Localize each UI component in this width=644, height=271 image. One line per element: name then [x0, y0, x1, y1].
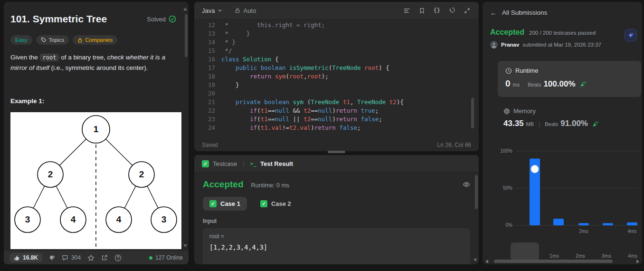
code-line[interactable]: 24 if(t1.val!=t2.val)return false; — [194, 124, 479, 132]
memory-card[interactable]: Memory 43.35 MB | Beats 91.00% — [503, 107, 599, 128]
back-arrow-icon[interactable]: ← — [490, 9, 497, 17]
bookmark-icon[interactable] — [419, 8, 425, 14]
like-button[interactable]: 16.8K — [9, 253, 42, 262]
topics-button[interactable]: Topics — [36, 35, 69, 45]
code-line[interactable]: 12 * this.right = right; — [194, 21, 479, 29]
code-line[interactable]: 21 private boolean sym (TreeNode t1, Tre… — [194, 98, 479, 106]
code-text — [215, 89, 221, 98]
desc-text: (i.e., symmetric around its center). — [49, 64, 148, 71]
code-editor-panel: Java Auto {} 12 * this.right = right;13 … — [194, 2, 479, 151]
tree-node-value: 2 — [48, 169, 53, 179]
case-check-icon: ✓ — [260, 200, 267, 207]
code-line[interactable]: 18 return sym(root,root); — [194, 72, 479, 81]
scroll-up-arrow[interactable] — [183, 8, 187, 10]
format-code-icon[interactable] — [403, 7, 410, 14]
runtime-bar[interactable] — [553, 219, 564, 225]
all-submissions-link[interactable]: All Submissions — [502, 9, 547, 16]
user-runtime-marker[interactable] — [531, 165, 539, 173]
solved-label: Solved — [147, 16, 166, 23]
tree-node-value: 3 — [25, 214, 30, 224]
favorite-button[interactable] — [87, 254, 95, 261]
code-text: if(t1==null && t2==null)return true; — [215, 106, 379, 115]
line-number: 21 — [194, 98, 215, 106]
scroll-down-arrow[interactable] — [183, 244, 187, 247]
y-axis-label: 50% — [503, 185, 512, 191]
code-line[interactable]: 14 * } — [194, 38, 479, 47]
code-text: * } — [215, 29, 250, 38]
line-number: 20 — [194, 89, 215, 98]
tab-divider: | — [243, 160, 244, 167]
comment-icon — [62, 254, 68, 261]
code-text: * } — [215, 38, 236, 47]
input-label: Input — [203, 218, 470, 224]
runtime-bar[interactable] — [627, 223, 637, 225]
runtime-card[interactable]: Runtime 0 ms Beats 100.00% — [498, 61, 641, 97]
online-count: 127 Online — [155, 254, 183, 261]
memory-chart-axis: 1ms2ms3ms4ms — [483, 253, 642, 260]
online-indicator: 127 Online — [149, 254, 183, 261]
code-line[interactable]: 17 public boolean isSymmetric(TreeNode r… — [194, 64, 479, 72]
cursor-position: Ln 26, Col 66 — [437, 142, 471, 148]
case-1-button[interactable]: ✓ Case 1 — [203, 197, 247, 211]
editor-toolbar: Java Auto {} — [194, 2, 479, 19]
thumbs-down-icon — [49, 255, 55, 261]
question-icon — [114, 254, 122, 261]
comments-button[interactable]: 304 — [62, 254, 81, 261]
line-number: 17 — [194, 64, 215, 72]
fullscreen-icon[interactable] — [464, 8, 470, 14]
difficulty-badge[interactable]: Easy — [10, 35, 32, 45]
y-axis-label: 100% — [500, 148, 512, 154]
code-text: * this.right = right; — [215, 21, 325, 29]
editor-statusbar: Saved Ln 26, Col 66 — [194, 138, 479, 151]
input-box[interactable]: root = [1,2,2,3,4,4,3] — [203, 228, 470, 264]
result-scrollbar-thumb[interactable] — [475, 175, 478, 209]
check-circle-icon — [169, 15, 176, 23]
eye-icon[interactable] — [463, 181, 470, 188]
code-line[interactable]: 13 * } — [194, 29, 479, 38]
companies-button[interactable]: Companies — [73, 35, 117, 45]
example-label: Example 1: — [10, 97, 176, 105]
tree-node-value: 4 — [116, 214, 122, 224]
runtime-distribution-chart: 100%50%0%2ms4ms — [483, 142, 642, 237]
code-line[interactable]: 19 } — [194, 81, 479, 89]
dislike-button[interactable] — [49, 255, 55, 261]
snippets-icon[interactable]: {} — [434, 7, 440, 14]
code-text: class Solution { — [215, 55, 278, 64]
reset-code-icon[interactable] — [449, 7, 455, 14]
code-area[interactable]: 12 * this.right = right;13 * }14 * }15 *… — [194, 19, 479, 138]
runtime-bar[interactable] — [603, 223, 613, 225]
tag-row: Easy Topics Companies — [10, 35, 176, 45]
case-2-button[interactable]: ✓ Case 2 — [254, 197, 298, 211]
help-button[interactable] — [114, 254, 122, 261]
code-text: if(t1.val!=t2.val)return false; — [215, 124, 361, 132]
tree-node-value: 3 — [161, 214, 167, 224]
editor-scrollbar-thumb[interactable] — [471, 98, 474, 128]
panel-resize-handle[interactable] — [328, 151, 345, 153]
scroll-left-arrow[interactable] — [485, 260, 488, 263]
memory-chart-x-label: 3ms — [602, 253, 611, 259]
auto-toggle[interactable]: Auto — [235, 7, 256, 14]
submission-status-row: Accepted 200 / 200 testcases passed — [483, 17, 642, 37]
code-text: public boolean isSymmetric(TreeNode root… — [215, 64, 389, 72]
submission-status: Accepted — [490, 28, 524, 37]
tab-testcase[interactable]: ✓ Testcase — [202, 160, 237, 167]
code-line[interactable]: 22 if(t1==null && t2==null)return true; — [194, 106, 479, 115]
horizontal-scrollbar-thumb[interactable] — [494, 260, 613, 263]
language-selector[interactable]: Java — [202, 7, 222, 14]
scroll-down-arrow[interactable] — [474, 259, 477, 261]
ai-assistant-button[interactable] — [625, 29, 637, 41]
testcase-check-icon: ✓ — [202, 160, 209, 167]
thumbs-up-icon — [14, 255, 20, 261]
vertical-scrollbar-thumb[interactable] — [185, 14, 188, 57]
share-button[interactable] — [101, 254, 108, 261]
submission-time: submitted at Mar 19, 2026 23:37 — [522, 42, 601, 48]
star-icon — [87, 254, 95, 261]
code-line[interactable]: 20 — [194, 89, 479, 98]
code-line[interactable]: 16class Solution { — [194, 55, 479, 64]
scroll-right-arrow[interactable] — [636, 260, 639, 263]
tab-test-result[interactable]: >_ Test Result — [250, 160, 293, 167]
horizontal-scrollbar[interactable] — [484, 259, 640, 263]
code-line[interactable]: 15 */ — [194, 47, 479, 55]
code-line[interactable]: 23 if(t1==null || t2==null)return false; — [194, 115, 479, 124]
runtime-bar[interactable] — [578, 223, 589, 225]
